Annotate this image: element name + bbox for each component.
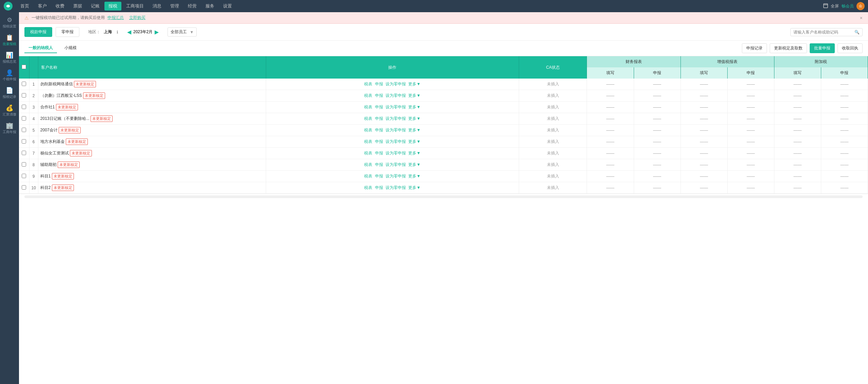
notice-icon: ⚠ [24, 15, 29, 21]
op-declare-8[interactable]: 申报 [375, 174, 383, 178]
sidebar-item-tax-records[interactable]: 📄 报税记录 [0, 84, 19, 102]
op-zero-8[interactable]: 设为零申报 [386, 174, 406, 178]
row-checkbox-5[interactable] [22, 139, 26, 144]
shougui-button[interactable]: 收取回执 [837, 43, 863, 53]
scroll-track [24, 195, 863, 198]
row-checkbox-7[interactable] [22, 162, 26, 167]
nav-billing[interactable]: 收费 [52, 2, 68, 10]
op-zero-6[interactable]: 设为零申报 [386, 151, 406, 155]
op-more-6[interactable]: 更多▼ [408, 151, 420, 155]
nav-invoice[interactable]: 票据 [69, 2, 86, 10]
op-more-5[interactable]: 更多▼ [408, 139, 420, 144]
date-next-button[interactable]: ▶ [155, 29, 159, 35]
op-taxform-0[interactable]: 税表 [364, 82, 372, 86]
op-zero-4[interactable]: 设为零申报 [386, 128, 406, 132]
op-zero-0[interactable]: 设为零申报 [386, 82, 406, 86]
nav-operation[interactable]: 经营 [184, 2, 201, 10]
nav-home[interactable]: 首页 [16, 2, 33, 10]
op-more-0[interactable]: 更多▼ [408, 82, 420, 86]
op-zero-3[interactable]: 设为零申报 [386, 116, 406, 121]
op-declare-4[interactable]: 申报 [375, 128, 383, 132]
notice-link-summary[interactable]: 申报汇总 [107, 15, 124, 21]
row-checkbox-6[interactable] [22, 151, 26, 155]
row-checkbox-9[interactable] [22, 185, 26, 190]
date-prev-button[interactable]: ◀ [127, 29, 131, 35]
op-declare-9[interactable]: 申报 [375, 185, 383, 190]
op-zero-2[interactable]: 设为零申报 [386, 105, 406, 109]
nav-bookkeeping[interactable]: 记账 [87, 2, 104, 10]
tab-small-scale[interactable]: 小规模 [60, 43, 81, 53]
row-checkbox-0[interactable] [22, 82, 26, 86]
region-info-icon[interactable]: ℹ [117, 30, 118, 35]
row-fin-declare-4: —— [634, 125, 680, 136]
op-taxform-5[interactable]: 税表 [364, 139, 372, 144]
op-zero-1[interactable]: 设为零申报 [386, 93, 406, 98]
nav-business[interactable]: 工商项目 [122, 2, 148, 10]
tab-zero-declaration[interactable]: 零申报 [56, 27, 79, 37]
op-declare-1[interactable]: 申报 [375, 93, 383, 98]
row-checkbox-4[interactable] [22, 128, 26, 132]
op-declare-2[interactable]: 申报 [375, 105, 383, 109]
op-zero-7[interactable]: 设为零申报 [386, 162, 406, 167]
nav-tax[interactable]: 报税 [104, 2, 121, 10]
op-taxform-1[interactable]: 税表 [364, 93, 372, 98]
sidebar-item-annual-settlement[interactable]: 💰 汇算清缴 [0, 102, 19, 119]
op-declare-7[interactable]: 申报 [375, 162, 383, 167]
notice-link-buy[interactable]: 立即购买 [129, 15, 145, 21]
row-checkbox-8[interactable] [22, 174, 26, 178]
sidebar-item-batch-tax[interactable]: 📋 批量报税 [0, 31, 19, 49]
op-more-1[interactable]: 更多▼ [408, 93, 420, 98]
nav-management[interactable]: 管理 [166, 2, 183, 10]
row-checkbox-3[interactable] [22, 116, 26, 121]
upgrade-label[interactable]: 畅会员 [842, 3, 854, 9]
op-taxform-7[interactable]: 税表 [364, 162, 372, 167]
op-taxform-6[interactable]: 税表 [364, 151, 372, 155]
sidebar-item-tax-settings[interactable]: ⚙ 报税设置 [0, 14, 19, 31]
op-more-4[interactable]: 更多▼ [408, 128, 420, 132]
op-taxform-3[interactable]: 税表 [364, 116, 372, 121]
op-more-2[interactable]: 更多▼ [408, 105, 420, 109]
sidebar-item-annual-report[interactable]: 🏢 工商年报 [0, 119, 19, 137]
op-more-3[interactable]: 更多▼ [408, 116, 420, 121]
notice-close-button[interactable]: × [860, 15, 863, 21]
op-declare-3[interactable]: 申报 [375, 116, 383, 121]
op-taxform-8[interactable]: 税表 [364, 174, 372, 178]
nav-menu: 首页 客户 收费 票据 记账 报税 工商项目 消息 管理 经营 服务 设置 [16, 2, 236, 10]
op-more-8[interactable]: 更多▼ [408, 174, 420, 178]
nav-message[interactable]: 消息 [149, 2, 165, 10]
row-checkbox-1[interactable] [22, 93, 26, 98]
search-icon[interactable]: 🔍 [854, 30, 860, 35]
op-more-9[interactable]: 更多▼ [408, 185, 420, 190]
row-tax-declare-1: —— [727, 90, 774, 102]
op-taxform-9[interactable]: 税表 [364, 185, 372, 190]
op-zero-5[interactable]: 设为零申报 [386, 139, 406, 144]
op-taxform-4[interactable]: 税表 [364, 128, 372, 132]
op-declare-6[interactable]: 申报 [375, 151, 383, 155]
op-taxform-2[interactable]: 税表 [364, 105, 372, 109]
row-checkbox-2[interactable] [22, 105, 26, 109]
tab-general-taxpayer[interactable]: 一般的纳税人 [24, 43, 57, 53]
op-more-7[interactable]: 更多▼ [408, 162, 420, 167]
op-declare-0[interactable]: 申报 [375, 82, 383, 86]
select-all-checkbox[interactable] [22, 65, 26, 69]
search-input[interactable] [793, 30, 854, 35]
status-badge-8: 未更新核定 [52, 173, 74, 179]
nav-service[interactable]: 服务 [201, 2, 218, 10]
gengxin-button[interactable]: 更新税定及取数 [770, 43, 807, 53]
op-zero-9[interactable]: 设为零申报 [386, 185, 406, 190]
table-row: 5 2007会计 未更新核定 税表 申报 设为零申报 更多▼ 未插入 —— ——… [19, 125, 868, 136]
fullscreen-label[interactable]: 全屏 [831, 3, 839, 9]
tab-tax-declaration[interactable]: 税款申报 [24, 27, 52, 37]
sidebar-item-personal-tax[interactable]: 👤 个税申报 [0, 66, 19, 84]
op-declare-5[interactable]: 申报 [375, 139, 383, 144]
fullscreen-btn[interactable] [823, 3, 828, 9]
shenbaojilu-button[interactable]: 申报记录 [742, 43, 767, 53]
nav-settings[interactable]: 设置 [219, 2, 236, 10]
row-fin-declare-3: —— [634, 113, 680, 125]
staff-selector[interactable]: 全部员工 ▼ [167, 27, 197, 37]
user-avatar[interactable]: 会 [856, 2, 865, 10]
piliang-button[interactable]: 批量申报 [810, 43, 835, 53]
row-name-6: 杨仙女工资测试 未更新核定 [38, 148, 266, 159]
nav-customer[interactable]: 客户 [34, 2, 51, 10]
sidebar-item-tax-overview[interactable]: 📊 报税总览 [0, 49, 19, 66]
